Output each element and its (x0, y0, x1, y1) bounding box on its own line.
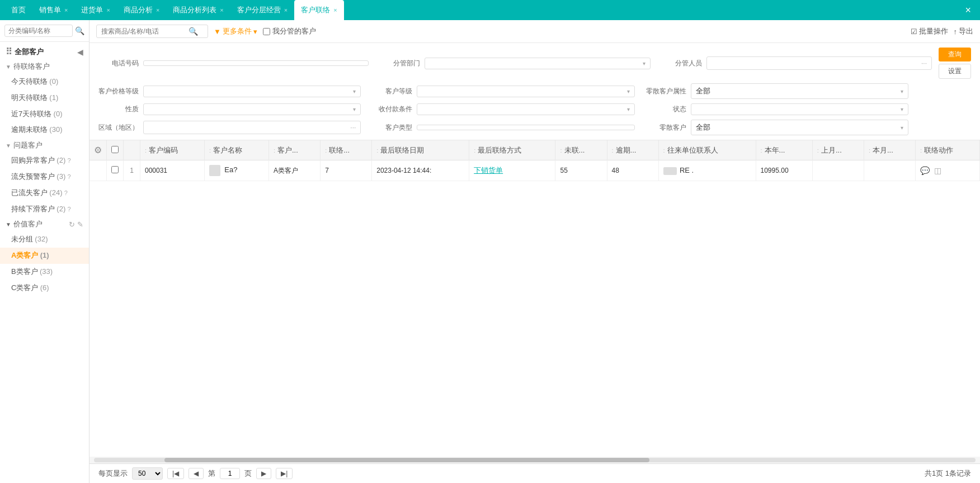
sidebar-collapse-button[interactable]: ◀ (77, 48, 83, 56)
sidebar-section-problem[interactable]: ▼ 问题客户 (0, 138, 89, 153)
filter-label-person: 分管人员 (662, 59, 706, 68)
dots-icon-person: ··· (921, 59, 927, 67)
filter-field-price-grade: 客户价格等级 ▾ (98, 86, 361, 97)
customer-table: ⚙ :客户编码 :客户名称 :客户... (89, 140, 980, 181)
nav-tab-goods[interactable]: 商品分析 × (117, 0, 166, 20)
prev-page-button[interactable]: ◀ (189, 468, 204, 479)
action-icons: 💬 ◫ (920, 166, 975, 175)
filter-input-retail-customer[interactable]: 全部 ▾ (691, 120, 908, 135)
page-number-input[interactable] (220, 468, 240, 479)
filter-search-input[interactable] (101, 27, 185, 35)
filter-field-status: 状态 ▾ (646, 103, 908, 115)
sidebar-item-tomorrow[interactable]: 明天待联络 (1) (0, 90, 89, 106)
scrollbar-thumb[interactable] (164, 458, 649, 462)
close-tab-customer-tier[interactable]: × (284, 7, 288, 13)
chevron-down-icon: ▾ (253, 27, 257, 36)
sidebar-item-today[interactable]: 今天待联络 (0) (0, 74, 89, 90)
filter-input-customer-type[interactable] (417, 125, 634, 130)
last-page-button[interactable]: ▶| (276, 468, 293, 479)
nav-home[interactable]: 首页 (4, 5, 32, 15)
col-customer-type: :客户... (268, 140, 320, 160)
horizontal-scrollbar[interactable] (89, 457, 980, 463)
window-close-button[interactable]: × (960, 4, 976, 16)
filter-search-box[interactable]: 🔍 (96, 25, 208, 38)
filter-label-nature: 性质 (98, 105, 143, 114)
help-icon-churn-warning: ? (68, 173, 71, 180)
close-tab-sales[interactable]: × (64, 7, 68, 13)
filter-input-price-grade[interactable]: ▾ (143, 86, 361, 97)
sidebar-item-declining[interactable]: 持续下滑客户 (2) ? (0, 201, 89, 217)
chevron-down-status: ▾ (901, 106, 903, 112)
next-page-button[interactable]: ▶ (256, 468, 271, 479)
my-customers-checkbox[interactable]: 我分管的客户 (263, 26, 316, 36)
export-button[interactable]: ↑ 导出 (954, 26, 974, 36)
cell-contact-count: 7 (321, 160, 372, 181)
select-all-checkbox[interactable] (111, 146, 119, 153)
chat-action-icon[interactable]: 💬 (920, 166, 930, 175)
filter-input-nature[interactable]: ▾ (143, 103, 361, 115)
value-refresh-icon[interactable]: ↻ (69, 220, 75, 229)
table-header-row: ⚙ :客户编码 :客户名称 :客户... (89, 140, 980, 160)
nav-tab-customer-tier[interactable]: 客户分层经营 × (230, 0, 294, 20)
filter-input-retail-attr[interactable]: 全部 ▾ (691, 83, 908, 99)
filter-field-retail-attr: 零散客户属性 全部 ▾ (646, 83, 908, 99)
filter-input-region[interactable]: ··· (143, 121, 361, 134)
qr-action-icon[interactable]: ◫ (934, 166, 941, 175)
filter-input-dept[interactable]: ▾ (425, 58, 650, 69)
table-settings-icon[interactable]: ⚙ (94, 145, 102, 155)
sidebar-search-input[interactable] (4, 25, 73, 37)
cell-num: 1 (124, 160, 140, 181)
my-customers-checkbox-input[interactable] (263, 28, 270, 35)
sidebar-section-value[interactable]: ▼ 价值客户 ↻ ✎ (0, 217, 89, 231)
value-edit-icon[interactable]: ✎ (77, 220, 83, 229)
filter-input-phone[interactable] (143, 60, 369, 66)
sidebar-item-repurchase-abnormal[interactable]: 回购异常客户 (2) ? (0, 153, 89, 169)
sidebar-section-pending[interactable]: ▼ 待联络客户 (0, 59, 89, 74)
col-annual: :本年... (756, 140, 812, 160)
nav-tab-customer-contact[interactable]: 客户联络 × (294, 0, 343, 20)
chevron-down-payment: ▾ (627, 106, 630, 112)
settings-button[interactable]: 设置 (939, 64, 971, 79)
filter-label-dept: 分管部门 (380, 59, 425, 68)
sidebar-search-icon[interactable]: 🔍 (75, 26, 84, 35)
page-size-select[interactable]: 50 100 (132, 467, 163, 480)
sidebar-item-churn-warning[interactable]: 流失预警客户 (3) ? (0, 169, 89, 185)
filter-input-customer-grade[interactable]: ▾ (417, 86, 634, 97)
nav-tab-goods-list[interactable]: 商品分析列表 × (166, 0, 230, 20)
query-button[interactable]: 查询 (939, 48, 971, 61)
sidebar-item-class-b[interactable]: B类客户 (33) (0, 264, 89, 280)
batch-ops-button[interactable]: ☑ 批量操作 (911, 26, 948, 36)
sidebar-item-ungrouped[interactable]: 未分组 (32) (0, 231, 89, 248)
close-tab-goods[interactable]: × (156, 7, 159, 13)
section-arrow-problem: ▼ (6, 143, 11, 149)
cell-last-contact-method: 下销货单 (469, 160, 555, 181)
sidebar-item-overdue[interactable]: 逾期未联络 (30) (0, 122, 89, 138)
table-row: 1 000031 Ea? A类客户 7 2023-04-12 14:44: 下销… (89, 160, 980, 181)
sidebar-item-7days[interactable]: 近7天待联络 (0) (0, 106, 89, 122)
sidebar-item-churned[interactable]: 已流失客户 (24) ? (0, 185, 89, 201)
sidebar-item-class-c[interactable]: C类客户 (6) (0, 280, 89, 296)
cell-overdue: 48 (607, 160, 658, 181)
help-icon-churned: ? (64, 190, 68, 196)
close-tab-goods-list[interactable]: × (220, 7, 223, 13)
filter-field-customer-grade: 客户等级 ▾ (372, 86, 634, 97)
filter-input-person[interactable]: ··· (706, 56, 932, 70)
cell-contact-person: RE . (658, 160, 756, 181)
col-not-contacted: :未联... (555, 140, 607, 160)
close-tab-customer-contact[interactable]: × (333, 7, 337, 13)
cell-last-contact-date: 2023-04-12 14:44: (372, 160, 469, 181)
col-actions: :联络动作 (915, 140, 979, 160)
filter-input-payment[interactable]: ▾ (417, 103, 634, 115)
cell-code: 000031 (140, 160, 205, 181)
first-page-button[interactable]: |◀ (167, 468, 184, 479)
last-contact-method-link[interactable]: 下销货单 (474, 166, 503, 174)
filter-search-icon[interactable]: 🔍 (189, 27, 198, 36)
cell-this-month (864, 160, 915, 181)
sidebar-item-class-a[interactable]: A类客户 (1) (0, 248, 89, 264)
nav-tab-sales[interactable]: 销售单 × (32, 0, 74, 20)
close-tab-purchase[interactable]: × (106, 7, 110, 13)
filter-more-button[interactable]: ▼ 更多条件 ▾ (214, 26, 257, 36)
row-checkbox[interactable] (111, 166, 119, 173)
filter-input-status[interactable]: ▾ (691, 103, 908, 115)
nav-tab-purchase[interactable]: 进货单 × (74, 0, 116, 20)
